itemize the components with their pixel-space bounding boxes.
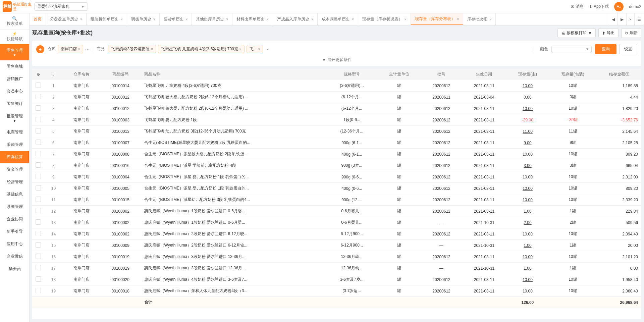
tab-2[interactable]: 调拨单历史 × bbox=[127, 13, 160, 25]
stock-main-link-13[interactable]: 10.00 bbox=[523, 232, 533, 236]
row-checkbox-0[interactable] bbox=[36, 83, 41, 88]
row-checkbox-16[interactable] bbox=[36, 265, 41, 270]
row-checkbox-15[interactable] bbox=[36, 254, 41, 259]
tab-close-9[interactable]: × bbox=[457, 17, 459, 21]
stock-main-link-6[interactable]: 10.00 bbox=[523, 152, 533, 157]
sidebar-item-inventory[interactable]: 库存核算 bbox=[0, 151, 29, 163]
row-checkbox-12[interactable] bbox=[36, 219, 41, 225]
row-checkbox-9[interactable] bbox=[36, 185, 41, 191]
tab-8[interactable]: 现存量（库存状况表） × bbox=[358, 13, 411, 25]
tab-close-1[interactable]: × bbox=[121, 17, 123, 21]
row-checkbox-2[interactable] bbox=[36, 105, 41, 111]
refresh-btn[interactable]: ↻ 刷新 bbox=[621, 28, 641, 38]
sidebar-shortcut[interactable]: ⚡ 快捷导航 bbox=[0, 30, 29, 44]
stock-main-link-17[interactable]: 10.00 bbox=[523, 277, 533, 282]
stock-main-link-12[interactable]: 2.00 bbox=[524, 220, 531, 225]
sidebar-item-purchase[interactable]: 采购管理 bbox=[0, 139, 29, 151]
row-checkbox-1[interactable] bbox=[36, 94, 41, 99]
warehouse-tag-remove[interactable]: × bbox=[78, 47, 80, 51]
stock-main-link-18[interactable]: 10.00 bbox=[523, 289, 533, 293]
color-filter-select[interactable] bbox=[551, 46, 592, 53]
tab-close-7[interactable]: × bbox=[352, 17, 354, 21]
tab-6[interactable]: 产成品入库单历史 × bbox=[273, 13, 318, 25]
row-checkbox-14[interactable] bbox=[36, 242, 41, 248]
row-checkbox-17[interactable] bbox=[36, 276, 41, 282]
sidebar-item-marketing[interactable]: 营销推广 bbox=[0, 73, 29, 85]
stock-main-link-14[interactable]: 1.00 bbox=[524, 243, 531, 248]
sidebar-item-ecommerce[interactable]: 电商管理 bbox=[0, 126, 29, 139]
tab-close-2[interactable]: × bbox=[153, 17, 155, 21]
sidebar-search[interactable]: 🔍 搜索菜单 bbox=[0, 13, 29, 30]
tab-close-5[interactable]: × bbox=[267, 17, 269, 21]
stock-main-link-7[interactable]: 3.00 bbox=[524, 163, 531, 168]
row-checkbox-5[interactable] bbox=[36, 140, 41, 145]
stock-main-link-16[interactable]: 1.00 bbox=[524, 266, 531, 271]
filter-expand-btn[interactable]: + bbox=[36, 45, 44, 53]
row-checkbox-3[interactable] bbox=[36, 117, 41, 122]
template-print-btn[interactable]: 🖨 按模板打印 ▼ bbox=[557, 28, 596, 38]
product-more-btn[interactable]: ··· bbox=[265, 46, 269, 52]
sidebar-item-member[interactable]: 会员中心 bbox=[0, 85, 29, 98]
tab-close-3[interactable]: × bbox=[186, 17, 188, 21]
stock-main-link-9[interactable]: 10.00 bbox=[523, 186, 533, 191]
sidebar-item-operations[interactable]: 经营管理 bbox=[0, 176, 29, 188]
product-tag-1-remove[interactable]: × bbox=[239, 47, 241, 51]
tab-close-6[interactable]: × bbox=[311, 17, 313, 21]
expand-conditions-btn[interactable]: ▼ 展开更多条件 bbox=[322, 57, 352, 63]
sidebar-item-finance[interactable]: 资金管理 bbox=[0, 163, 29, 176]
product-tag-2-remove[interactable]: × bbox=[258, 47, 260, 51]
tab-close-8[interactable]: × bbox=[405, 17, 407, 21]
tab-5[interactable]: 材料出库单历史 × bbox=[232, 13, 273, 25]
row-checkbox-8[interactable] bbox=[36, 174, 41, 179]
tab-next-btn[interactable]: ▶ bbox=[618, 13, 627, 25]
tab-1[interactable]: 组装拆卸单历史 × bbox=[87, 13, 127, 25]
message-btn[interactable]: ✉ 消息 bbox=[571, 4, 584, 9]
row-checkbox-6[interactable] bbox=[36, 151, 41, 156]
stock-main-link-8[interactable]: 10.00 bbox=[523, 175, 533, 179]
stock-main-link-10[interactable]: 10.00 bbox=[523, 198, 533, 202]
product-tag-0-remove[interactable]: × bbox=[151, 47, 153, 51]
stock-main-link-15[interactable]: 10.00 bbox=[523, 255, 533, 259]
query-btn[interactable]: 查询 bbox=[595, 44, 616, 54]
workspace-selector[interactable]: 母婴行业演示账套 ▼ bbox=[34, 2, 88, 11]
sidebar-item-wechat[interactable]: 企业微信 bbox=[0, 250, 29, 263]
tab-0[interactable]: 分盘盘点单历史 × bbox=[46, 13, 87, 25]
row-checkbox-18[interactable] bbox=[36, 288, 41, 293]
stock-main-link-4[interactable]: 11.00 bbox=[523, 129, 533, 134]
sidebar-item-enterprise[interactable]: 企业协同 bbox=[0, 213, 29, 225]
tab-3[interactable]: 要货单历史 × bbox=[160, 13, 192, 25]
row-checkbox-11[interactable] bbox=[36, 208, 41, 213]
sidebar-item-sys-mgmt[interactable]: 系统管理 bbox=[0, 201, 29, 213]
tab-7[interactable]: 成本调整单历史 × bbox=[318, 13, 358, 25]
stock-main-link-5[interactable]: 9.00 bbox=[524, 141, 531, 145]
tab-home[interactable]: 首页 bbox=[30, 13, 46, 25]
row-checkbox-4[interactable] bbox=[36, 128, 41, 133]
tab-close-4[interactable]: × bbox=[226, 17, 228, 21]
tab-menu-btn[interactable]: ☰ bbox=[635, 13, 644, 25]
stock-main-link-11[interactable]: 1.00 bbox=[524, 209, 531, 214]
sidebar-item-retail-stats[interactable]: 零售统计 bbox=[0, 98, 29, 110]
tab-4[interactable]: 其他出库单历史 × bbox=[192, 13, 232, 25]
settings-btn[interactable]: 设置 bbox=[619, 44, 637, 54]
sidebar-item-guide[interactable]: 新手引导 bbox=[0, 225, 29, 238]
tab-9[interactable]: 现存量（库存分布表） × bbox=[411, 13, 464, 25]
warehouse-more-btn[interactable]: ··· bbox=[85, 46, 90, 52]
sidebar-item-basic-info[interactable]: 基础信息 bbox=[0, 188, 29, 201]
row-checkbox-7[interactable] bbox=[36, 162, 41, 168]
tab-close-0[interactable]: × bbox=[80, 17, 82, 21]
sidebar-item-retail-mgmt[interactable]: 零售管理 ▼ bbox=[0, 44, 29, 60]
tab-close-all-btn[interactable]: × bbox=[627, 13, 635, 25]
sidebar-item-vip[interactable]: 畅会员 bbox=[0, 263, 29, 275]
sidebar-item-app-center[interactable]: 应用中心 bbox=[0, 238, 29, 250]
tab-close-10[interactable]: × bbox=[489, 17, 491, 21]
row-checkbox-13[interactable] bbox=[36, 231, 41, 236]
user-name[interactable]: demo2 bbox=[629, 4, 641, 9]
tab-10[interactable]: 库存批次账 × bbox=[463, 13, 496, 25]
avatar[interactable]: Ea bbox=[614, 2, 624, 11]
tab-prev-btn[interactable]: ◀ bbox=[609, 13, 618, 25]
stock-main-link-3[interactable]: -39.00 bbox=[522, 118, 533, 122]
sidebar-item-wholesale[interactable]: 批发管理 ▼ bbox=[0, 110, 29, 126]
sidebar-item-retail-store[interactable]: 零售商城 bbox=[0, 60, 29, 73]
stock-main-link-1[interactable]: 0.00 bbox=[524, 95, 531, 100]
export-btn[interactable]: ⬆ 导出 bbox=[598, 28, 619, 38]
